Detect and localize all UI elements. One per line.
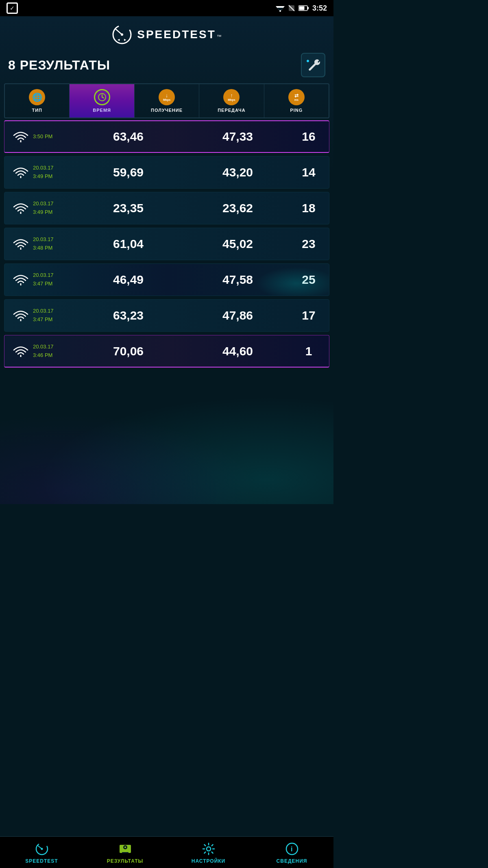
result-date-4: 20.03.17: [33, 271, 54, 280]
result-row[interactable]: 20.03.17 3:49 PM 23,35 23,62 18: [4, 192, 329, 224]
result-upload-2: 23,62: [183, 201, 292, 215]
wifi-icon: [13, 131, 28, 142]
wrench-icon: [306, 58, 320, 72]
result-time-2: 20.03.17 3:49 PM: [33, 200, 74, 217]
result-row[interactable]: 3:50 PM 63,46 47,33 16: [4, 120, 329, 153]
result-date-1: 20.03.17: [33, 164, 54, 172]
result-upload-0: 47,33: [183, 130, 292, 144]
upload-badge: ↑ Mbps: [223, 89, 240, 105]
result-type: [9, 167, 33, 178]
result-download-6: 70,06: [74, 344, 183, 358]
result-row[interactable]: 20.03.17 3:46 PM 70,06 44,60 1: [4, 335, 329, 368]
result-ping-6: 1: [292, 344, 325, 358]
result-ping-2: 18: [292, 201, 325, 215]
result-ping-3: 23: [292, 237, 325, 251]
result-type: [9, 274, 33, 285]
result-upload-4: 47,58: [183, 273, 292, 287]
wifi-signal-icon: [276, 4, 285, 12]
result-time-val-3: 3:48 PM: [33, 244, 52, 252]
col-label-ping: PING: [290, 108, 303, 113]
result-count: 8: [8, 58, 16, 72]
result-row[interactable]: 20.03.17 3:47 PM 63,23 47,86 17: [4, 299, 329, 332]
battery-icon: [298, 5, 309, 11]
result-upload-6: 44,60: [183, 344, 292, 358]
result-date-6: 20.03.17: [33, 343, 54, 351]
col-header-download[interactable]: ↓ Mbps ПОЛУЧЕНИЕ: [135, 84, 199, 117]
bag-icon: [7, 2, 18, 14]
settings-button[interactable]: [301, 53, 325, 77]
result-download-0: 63,46: [74, 130, 183, 144]
col-label-type: ТИП: [32, 108, 42, 113]
wifi-icon: [13, 202, 28, 214]
app-header: ◀ ▶ SPEEDTEST ™: [0, 16, 333, 49]
logo-text: SPEEDTEST: [137, 28, 216, 41]
result-date-3: 20.03.17: [33, 235, 54, 244]
svg-point-10: [121, 33, 123, 36]
result-ping-5: 17: [292, 309, 325, 322]
result-time-val-2: 3:49 PM: [33, 208, 52, 217]
result-type: [9, 346, 33, 357]
clock-icon: [98, 93, 107, 102]
result-ping-1: 14: [292, 165, 325, 179]
result-time-val-4: 3:47 PM: [33, 280, 52, 288]
svg-text:◀: ◀: [118, 38, 120, 41]
result-upload-3: 45,02: [183, 237, 292, 251]
result-row[interactable]: 20.03.17 3:47 PM 46,49 47,58 25: [4, 263, 329, 296]
result-date-5: 20.03.17: [33, 307, 54, 315]
page-title-area: 8 РЕЗУЛЬТАТЫ: [0, 49, 333, 83]
status-bar-left: [7, 2, 18, 14]
result-download-3: 61,04: [74, 237, 183, 251]
main-content: ◀ ▶ SPEEDTEST ™ 8 РЕЗУЛЬТАТЫ: [0, 16, 333, 545]
result-upload-1: 43,20: [183, 165, 292, 179]
svg-rect-7: [307, 7, 309, 9]
col-header-ping[interactable]: ⇄ ms PING: [264, 84, 329, 117]
result-download-5: 63,23: [74, 309, 183, 322]
result-time-val-6: 3:46 PM: [33, 351, 52, 360]
download-badge: ↓ Mbps: [159, 89, 175, 105]
ping-badge: ⇄ ms: [288, 89, 305, 105]
col-header-time[interactable]: ВРЕМЯ: [70, 84, 134, 117]
svg-point-2: [279, 10, 281, 12]
status-bar-right: 3:52: [276, 4, 327, 13]
speedometer-icon: ◀ ▶: [112, 24, 132, 45]
wifi-icon: [13, 238, 28, 250]
wifi-icon: [13, 310, 28, 321]
result-time-val-5: 3:47 PM: [33, 315, 52, 324]
page-title: 8 РЕЗУЛЬТАТЫ: [8, 58, 110, 73]
svg-rect-6: [299, 7, 304, 10]
result-download-2: 23,35: [74, 201, 183, 215]
result-row[interactable]: 20.03.17 3:49 PM 59,69 43,20 14: [4, 156, 329, 189]
result-time-0: 3:50 PM: [33, 133, 74, 141]
result-type: [9, 238, 33, 250]
result-type: [9, 202, 33, 214]
col-header-type[interactable]: 🌐 ТИП: [5, 84, 70, 117]
globe-badge: 🌐: [29, 89, 45, 105]
result-type: [9, 310, 33, 321]
result-time-3: 20.03.17 3:48 PM: [33, 235, 74, 252]
svg-line-15: [102, 97, 104, 98]
col-label-time: ВРЕМЯ: [93, 108, 111, 113]
col-header-upload[interactable]: ↑ Mbps ПЕРЕДАЧА: [199, 84, 264, 117]
column-headers: 🌐 ТИП ВРЕМЯ ↓ Mbps ПОЛУЧЕНИЕ: [4, 83, 329, 118]
status-bar: 3:52: [0, 0, 333, 16]
result-time-val-1: 3:49 PM: [33, 172, 52, 181]
status-time: 3:52: [312, 4, 327, 13]
sim-icon: [288, 4, 295, 12]
result-ping-4: 25: [292, 273, 325, 287]
logo-tm: ™: [217, 34, 222, 39]
svg-text:▶: ▶: [124, 38, 126, 41]
result-time-4: 20.03.17 3:47 PM: [33, 271, 74, 288]
speedtest-logo: ◀ ▶ SPEEDTEST ™: [112, 24, 221, 45]
col-label-upload: ПЕРЕДАЧА: [218, 108, 246, 113]
col-label-download: ПОЛУЧЕНИЕ: [151, 108, 183, 113]
result-date-2: 20.03.17: [33, 200, 54, 208]
result-type: [9, 131, 33, 142]
result-time-6: 20.03.17 3:46 PM: [33, 343, 74, 360]
result-ping-0: 16: [292, 130, 325, 144]
result-time-val-0: 3:50 PM: [33, 133, 52, 141]
result-download-4: 46,49: [74, 273, 183, 287]
time-badge: [94, 89, 110, 105]
wifi-icon: [13, 167, 28, 178]
result-row[interactable]: 20.03.17 3:48 PM 61,04 45,02 23: [4, 228, 329, 260]
wifi-icon: [13, 346, 28, 357]
